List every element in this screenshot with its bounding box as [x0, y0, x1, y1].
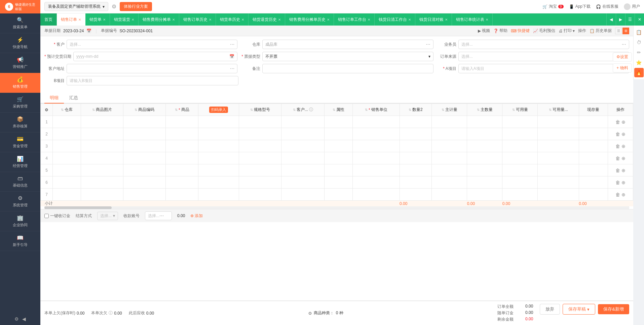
sort-icon[interactable]: ⇅ [333, 108, 335, 112]
sort-icon[interactable]: ⇅ [61, 108, 64, 112]
sidebar-item-operations[interactable]: 📊经营管理 [0, 152, 40, 172]
cell-custcode-2[interactable] [281, 128, 325, 140]
cell-qty2-3[interactable] [400, 140, 432, 152]
cell-spec-6[interactable] [239, 176, 281, 189]
tab-close-sales-order[interactable]: ✕ [78, 18, 81, 22]
right-sb-fire-icon[interactable]: 🔥 [634, 68, 644, 77]
cell-product-3[interactable] [166, 140, 198, 152]
tab-close-bill-history[interactable]: ✕ [241, 18, 244, 22]
cell-available2-4[interactable] [538, 152, 579, 164]
cell-stock-2[interactable] [579, 128, 608, 140]
sort-icon[interactable]: ⇅ [175, 108, 178, 112]
sidebar-settings-icon[interactable]: ⚙ [14, 316, 19, 322]
cell-qty2-6[interactable] [400, 176, 432, 189]
cell-spec-7[interactable] [239, 189, 281, 201]
cell-product-7[interactable] [166, 189, 198, 201]
nav-close-all-btn[interactable]: ✕ [635, 13, 644, 26]
cell-qty2-2[interactable] [400, 128, 432, 140]
cell-mainunit-5[interactable] [432, 164, 467, 176]
nav-next-btn[interactable]: ▶ [616, 13, 625, 26]
payment-method-select[interactable]: 选择... ▾ [97, 212, 118, 220]
cell-stock-6[interactable] [579, 176, 608, 189]
cell-mainunit-4[interactable] [432, 152, 467, 164]
delete-row-icon-2[interactable]: 🗑 [615, 131, 620, 137]
cell-available2-3[interactable] [538, 140, 579, 152]
cell-available2-7[interactable] [538, 189, 579, 201]
cell-product-4[interactable] [166, 152, 198, 164]
sidebar-item-system[interactable]: ⚙系统管理 [0, 192, 40, 211]
user-item[interactable]: 用户 [624, 3, 640, 10]
project-b-input[interactable]: 请输入B项目 [67, 76, 238, 85]
cell-attr-7[interactable] [325, 189, 353, 201]
save-new-button[interactable]: 保存&新增 [598, 304, 629, 314]
cell-custcode-1[interactable] [281, 116, 325, 128]
settings-gear-icon[interactable]: ⚙ [112, 3, 116, 10]
copy-row-icon-5[interactable]: ⊕ [621, 168, 626, 173]
cell-code-7[interactable] [123, 189, 166, 201]
tab-close-order-workbench[interactable]: ✕ [368, 18, 370, 22]
nav-expand-btn[interactable]: ☰ [625, 13, 635, 26]
nav-tab-home[interactable]: 首页 [40, 13, 57, 26]
cell-available2-1[interactable] [538, 116, 579, 128]
project-a-input[interactable]: 请输入A项目 [458, 64, 629, 73]
cell-custcode-5[interactable] [281, 164, 325, 176]
cell-unit-2[interactable] [353, 128, 400, 140]
salesperson-input[interactable]: 选择... ··· [458, 40, 629, 49]
cell-img-4[interactable] [81, 152, 123, 164]
cell-code-4[interactable] [123, 152, 166, 164]
tab-close-cost-history[interactable]: ✕ [327, 18, 330, 22]
delete-row-icon-7[interactable]: 🗑 [615, 192, 620, 197]
nav-tab-return-history[interactable]: 销货退货历史✕ [249, 13, 285, 26]
cell-spec-1[interactable] [239, 116, 281, 128]
nav-tab-return[interactable]: 销货退货✕ [110, 13, 139, 26]
tab-detail[interactable]: 明细 [44, 93, 64, 104]
nav-tab-order-stats[interactable]: 销售订单统计表✕ [452, 13, 493, 26]
sidebar-item-quick-nav[interactable]: ⚡快捷导航 [0, 33, 40, 53]
cell-img-5[interactable] [81, 164, 123, 176]
sort-icon[interactable]: ⇅ [442, 108, 444, 112]
cell-warehouse-7[interactable] [53, 189, 81, 201]
right-sb-clock-icon[interactable]: ⏱ [634, 38, 644, 47]
cell-code-2[interactable] [123, 128, 166, 140]
right-sb-clipboard-icon[interactable]: 📋 [634, 28, 644, 37]
system-title[interactable]: 装备及固定资产辅助管理系统 ▾ [44, 2, 108, 11]
cell-available2-2[interactable] [538, 128, 579, 140]
nav-tab-order-workbench[interactable]: 销售订单工作台✕ [334, 13, 375, 26]
cell-scan-5[interactable] [198, 164, 239, 176]
cell-mainunit-7[interactable] [432, 189, 467, 201]
cell-spec-4[interactable] [239, 152, 281, 164]
industry-btn[interactable]: 体验行业方案 [120, 2, 152, 11]
cell-mainqty-1[interactable] [467, 116, 502, 128]
cell-scan-2[interactable] [198, 128, 239, 140]
sort-icon[interactable]: ⇅ [250, 108, 253, 112]
history-btn[interactable]: 📋 历史单据 [590, 28, 612, 34]
cell-scan-7[interactable] [198, 189, 239, 201]
nav-tab-bill-history[interactable]: 销货单历史✕ [216, 13, 249, 26]
nav-tab-cost-split[interactable]: 销售费用分摊单✕ [139, 13, 179, 26]
app-download-item[interactable]: 📱 App下载 [569, 4, 591, 9]
cell-qty2-1[interactable] [400, 116, 432, 128]
cell-stock-1[interactable] [579, 116, 608, 128]
copy-row-icon-2[interactable]: ⊕ [621, 131, 626, 137]
cell-mainqty-6[interactable] [467, 176, 502, 189]
cell-mainunit-1[interactable] [432, 116, 467, 128]
cell-warehouse-6[interactable] [53, 176, 81, 189]
cell-product-5[interactable] [166, 164, 198, 176]
delivery-date-input[interactable]: yyyy-mm-dd 📅 [73, 52, 237, 61]
shortcut-btn[interactable]: ⌨ 快捷键 [511, 28, 530, 34]
nav-tab-sales-order[interactable]: 销售订单✕ [57, 13, 85, 26]
sidebar-item-basic[interactable]: 🗃基础信息 [0, 172, 40, 192]
cell-custcode-7[interactable] [281, 189, 325, 201]
address-input[interactable]: ··· [67, 64, 237, 73]
nav-tab-cost-history[interactable]: 销售费用分摊单历史✕ [285, 13, 334, 26]
nav-tab-sales-bill[interactable]: 销货单✕ [85, 13, 110, 26]
cell-available-3[interactable] [502, 140, 538, 152]
sidebar-item-enterprise[interactable]: 🏢企业协同 [0, 211, 40, 231]
cell-available-2[interactable] [502, 128, 538, 140]
cell-attr-6[interactable] [325, 176, 353, 189]
discard-button[interactable]: 放弃 [540, 304, 560, 315]
view-video-btn[interactable]: ▶ 视频 [478, 28, 490, 34]
tab-close-sales-bill[interactable]: ✕ [103, 18, 106, 22]
cell-available-1[interactable] [502, 116, 538, 128]
cell-attr-4[interactable] [325, 152, 353, 164]
